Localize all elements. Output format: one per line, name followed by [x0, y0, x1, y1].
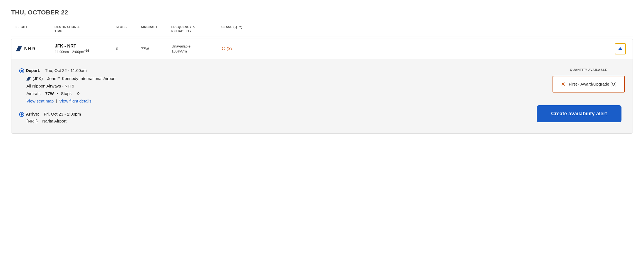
frequency-cell: Unavailable 100%/7m: [172, 44, 222, 54]
depart-airport-row: (JFK) John F. Kennedy International Airp…: [26, 76, 541, 81]
stops-cell: 0: [116, 47, 141, 51]
aircraft-stops-row: Aircraft: 77W • Stops: 0: [26, 91, 541, 96]
col-flight: FLIGHT: [16, 25, 55, 34]
radio-inner: [21, 70, 23, 72]
flight-detail-section: Depart: Thu, Oct 22 - 11:00am (JFK) John…: [11, 59, 633, 133]
flight-summary-row: NH 9 JFK - NRT 11:00am - 2:00pm+1d 0 77W…: [11, 39, 633, 59]
arrive-radio-icon: [19, 112, 24, 117]
arrive-radio-inner: [21, 113, 23, 116]
depart-label: Depart:: [26, 68, 41, 73]
x-icon: ✕: [561, 81, 566, 88]
col-aircraft: AIRCRAFT: [141, 25, 171, 34]
flight-number-cell: NH 9: [16, 46, 55, 52]
create-availability-alert-button[interactable]: Create availability alert: [537, 105, 621, 122]
airline-name-row: All Nippon Airways - NH 9: [26, 84, 541, 88]
page-date: THU, OCTOBER 22: [11, 9, 633, 16]
depart-radio-icon: [19, 68, 24, 73]
col-frequency: FREQUENCY & RELIABILITY: [171, 25, 221, 34]
expand-chevron-button[interactable]: [615, 43, 626, 54]
airport-name: John F. Kennedy International Airport: [47, 76, 116, 81]
freq-reliability: 100%/7m: [172, 49, 222, 54]
col-stops: STOPS: [116, 25, 141, 34]
arrive-section: Arrive: Fri, Oct 23 - 2:00pm (NRT) Narit…: [19, 112, 541, 123]
class-cell: O (X): [222, 46, 277, 52]
freq-unavailable: Unavailable: [172, 44, 222, 49]
detail-links: View seat map | View flight details: [26, 99, 541, 103]
aircraft-label: Aircraft:: [26, 91, 41, 96]
col-class: CLASS (QTY): [221, 25, 277, 34]
col-destination: DESTINATION & TIME: [55, 25, 116, 34]
stops-label: Stops:: [61, 91, 73, 96]
class-x-label: (X): [227, 47, 232, 51]
view-flight-details-link[interactable]: View flight details: [59, 99, 91, 103]
airline-name-text: All Nippon Airways - NH 9: [26, 84, 74, 88]
expand-button-container: [277, 43, 628, 54]
link-separator: |: [56, 99, 57, 103]
detail-left: Depart: Thu, Oct 22 - 11:00am (JFK) John…: [19, 68, 541, 123]
arrive-airport-name: Narita Airport: [42, 119, 67, 123]
depart-row: Depart: Thu, Oct 22 - 11:00am: [19, 68, 541, 73]
depart-date: Thu, Oct 22 - 11:00am: [45, 68, 87, 73]
arrive-date: Fri, Oct 23 - 2:00pm: [44, 112, 81, 116]
aircraft-value: 77W: [45, 91, 54, 96]
route-text: JFK - NRT: [55, 44, 116, 49]
stops-value: 0: [77, 91, 80, 96]
time-range: 11:00am - 2:00pm+1d: [55, 49, 116, 54]
arrive-label: Arrive:: [26, 112, 39, 116]
chevron-up-icon: [618, 47, 622, 50]
qty-item-text: First - Award/Upgrade (O): [569, 82, 616, 86]
arrive-row: Arrive: Fri, Oct 23 - 2:00pm: [19, 112, 541, 117]
destination-cell: JFK - NRT 11:00am - 2:00pm+1d: [55, 44, 116, 54]
qty-box: ✕ First - Award/Upgrade (O): [553, 76, 625, 92]
view-seat-map-link[interactable]: View seat map: [26, 99, 54, 103]
class-o-label: O: [222, 46, 226, 52]
col-expand: [277, 25, 628, 34]
flight-card: NH 9 JFK - NRT 11:00am - 2:00pm+1d 0 77W…: [11, 39, 633, 134]
airport-code: (JFK): [33, 76, 43, 81]
table-header: FLIGHT DESTINATION & TIME STOPS AIRCRAFT…: [11, 23, 633, 36]
airline-icon: [16, 46, 22, 51]
qty-section-label: QUANTITY AVAILABLE: [553, 68, 625, 71]
arrive-airport-code: (NRT): [26, 119, 38, 123]
flight-number-text: NH 9: [24, 46, 35, 52]
bullet-separator: •: [57, 91, 58, 96]
depart-airline-icon: [26, 77, 31, 81]
aircraft-cell: 77W: [141, 47, 172, 51]
arrive-airport-row: (NRT) Narita Airport: [26, 119, 541, 123]
